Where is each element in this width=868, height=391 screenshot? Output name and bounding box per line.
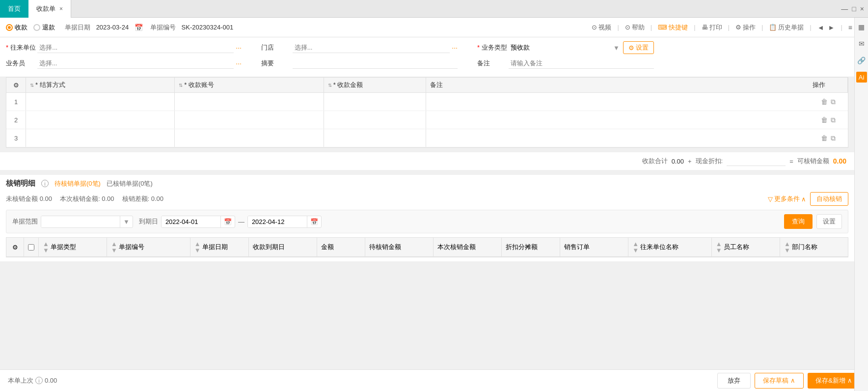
due-date-end-input[interactable] (248, 216, 307, 227)
due-date-start-input[interactable] (162, 216, 220, 227)
tab-home[interactable]: 首页 (0, 0, 28, 18)
history-btn[interactable]: 📋 历史单据 (769, 23, 804, 32)
staff-input[interactable] (37, 58, 234, 69)
radio-receipt[interactable]: 收款 (6, 23, 27, 32)
save-draft-btn[interactable]: 保存草稿 ∧ (755, 373, 804, 389)
nav-next-btn[interactable]: ► (828, 24, 835, 31)
save-new-dropdown-arrow[interactable]: ∧ (847, 377, 852, 384)
remark-input[interactable] (509, 58, 654, 69)
counterpart-more-btn[interactable]: ··· (236, 44, 242, 51)
doc-range-input-wrap: ▼ (41, 216, 133, 228)
delete-icon-3[interactable]: 🗑 (821, 134, 828, 142)
bth-gear[interactable]: ⚙ (6, 238, 24, 256)
close-btn[interactable]: × (860, 5, 864, 13)
td-account-2[interactable] (175, 111, 324, 129)
bth-due-date-label: 收款到期日 (253, 243, 285, 251)
operation-btn[interactable]: ⚙ 操作 (735, 23, 756, 32)
due-date-end-cal-icon[interactable]: 📅 (307, 216, 321, 227)
remark-label: 备注 (477, 59, 507, 68)
auto-writeoff-btn[interactable]: 自动核销 (810, 192, 848, 206)
staff-field: 业务员 ··· (6, 58, 242, 69)
store-more-btn[interactable]: ··· (452, 44, 458, 51)
video-label: 视频 (598, 23, 611, 32)
td-remark-2[interactable] (426, 111, 809, 129)
draft-dropdown-arrow[interactable]: ∧ (790, 377, 795, 384)
delete-icon-1[interactable]: 🗑 (821, 98, 828, 106)
done-tab[interactable]: 已核销单据(0笔) (107, 179, 153, 188)
more-conditions-btn[interactable]: ▽ 更多条件 ∧ (768, 195, 806, 203)
td-account-1[interactable] (175, 93, 324, 111)
print-btn[interactable]: 🖶 打印 (702, 23, 722, 32)
delete-icon-2[interactable]: 🗑 (821, 116, 828, 124)
save-new-btn[interactable]: 保存&新增 ∧ (808, 373, 860, 389)
sidebar-ai-btn[interactable]: Ai (856, 72, 867, 83)
business-type-dropdown-icon[interactable]: ▼ (613, 44, 620, 52)
form-row-2: 业务员 ··· 摘要 备注 (6, 58, 848, 69)
staff-more-btn[interactable]: ··· (236, 60, 242, 67)
date-separator: — (238, 218, 244, 225)
th-settlement: ⇅ * 结算方式 (26, 78, 175, 92)
td-amount-1[interactable] (324, 93, 426, 111)
pending-tab[interactable]: 待核销单据(0笔) (54, 179, 101, 188)
bth-dept-name-label: 部门名称 (792, 243, 817, 251)
td-amount-2[interactable] (324, 111, 426, 129)
nav-prev-btn[interactable]: ◄ (817, 24, 824, 31)
sidebar-table-icon[interactable]: ▦ (856, 22, 867, 32)
radio-refund[interactable]: 退款 (33, 23, 55, 32)
gear-icon: ⚙ (628, 44, 634, 52)
per-page-info-icon[interactable]: i (35, 377, 43, 384)
available-value: 0.00 (833, 157, 846, 165)
diff-item: 核销差额: 0.00 (122, 195, 164, 203)
td-settlement-2[interactable] (26, 111, 175, 129)
summary-input[interactable] (293, 58, 458, 69)
td-remark-3[interactable] (426, 129, 809, 147)
bottom-table-header: ⚙ ▲▼ 单据类型 ▲▼ 单据编号 ▲▼ 单据日期 收款到期日 (6, 238, 848, 257)
current-item: 本次核销金额: 0.00 (60, 195, 114, 203)
table-row: 1 🗑 ⧉ (6, 93, 848, 111)
writeoff-section: 核销明细 i 待核销单据(0笔) 已核销单据(0笔) 未核销金额 0.00 本次… (0, 174, 854, 261)
maximize-btn[interactable]: □ (852, 5, 856, 13)
doc-range-dropdown-btn[interactable]: ▼ (120, 216, 133, 227)
th-amount: ⇅ * 收款金额 (324, 78, 426, 92)
right-sidebar: ▦ ✉ 🔗 Ai (854, 18, 868, 391)
discount-label: 现金折扣: (696, 157, 723, 166)
th-gear[interactable]: ⚙ (6, 78, 26, 92)
td-amount-3[interactable] (324, 129, 426, 147)
abandon-btn[interactable]: 放弃 (717, 373, 751, 389)
list-view-btn[interactable]: ≡ (848, 24, 852, 31)
writeoff-info-icon[interactable]: i (41, 180, 49, 187)
business-type-label: 业务类型 (477, 43, 507, 52)
discount-input[interactable] (727, 156, 786, 166)
th-account: ⇅ * 收款账号 (175, 78, 324, 92)
help-btn[interactable]: ⊙ 帮助 (625, 23, 645, 32)
settings-btn[interactable]: ⚙ 设置 (623, 41, 654, 54)
writeoff-settings-btn[interactable]: 设置 (816, 214, 842, 229)
writeoff-header: 核销明细 i 待核销单据(0笔) 已核销单据(0笔) (6, 179, 848, 188)
footer-bar: 本单上次 i 0.00 放弃 保存草稿 ∧ 保存&新增 ∧ (0, 369, 868, 391)
doc-range-input[interactable] (41, 216, 120, 227)
sidebar-mail-icon[interactable]: ✉ (856, 38, 867, 49)
minimize-btn[interactable]: — (841, 5, 848, 13)
store-input[interactable] (293, 42, 450, 53)
tab-receipt[interactable]: 收款单 × (28, 0, 71, 18)
calendar-icon[interactable]: 📅 (135, 24, 143, 31)
td-settlement-1[interactable] (26, 93, 175, 111)
counterpart-label: 往来单位 (6, 43, 36, 52)
due-date-start-cal-icon[interactable]: 📅 (220, 216, 235, 227)
draft-btn-label: 保存草稿 (763, 376, 788, 385)
td-settlement-3[interactable] (26, 129, 175, 147)
select-all-checkbox[interactable] (28, 244, 34, 251)
shortcut-btn[interactable]: ⌨ 快捷键 (658, 23, 688, 32)
copy-icon-2[interactable]: ⧉ (831, 116, 836, 124)
counterpart-input[interactable] (37, 42, 234, 53)
copy-icon-3[interactable]: ⧉ (831, 134, 836, 142)
sidebar-link-icon[interactable]: 🔗 (856, 55, 867, 66)
td-op-3: 🗑 ⧉ (809, 129, 848, 147)
copy-icon-1[interactable]: ⧉ (831, 98, 836, 106)
query-btn[interactable]: 查询 (784, 214, 813, 229)
bth-checkbox[interactable] (24, 238, 39, 256)
tab-close-btn[interactable]: × (59, 5, 63, 12)
video-btn[interactable]: ⊙ 视频 (592, 23, 611, 32)
td-remark-1[interactable] (426, 93, 809, 111)
td-account-3[interactable] (175, 129, 324, 147)
